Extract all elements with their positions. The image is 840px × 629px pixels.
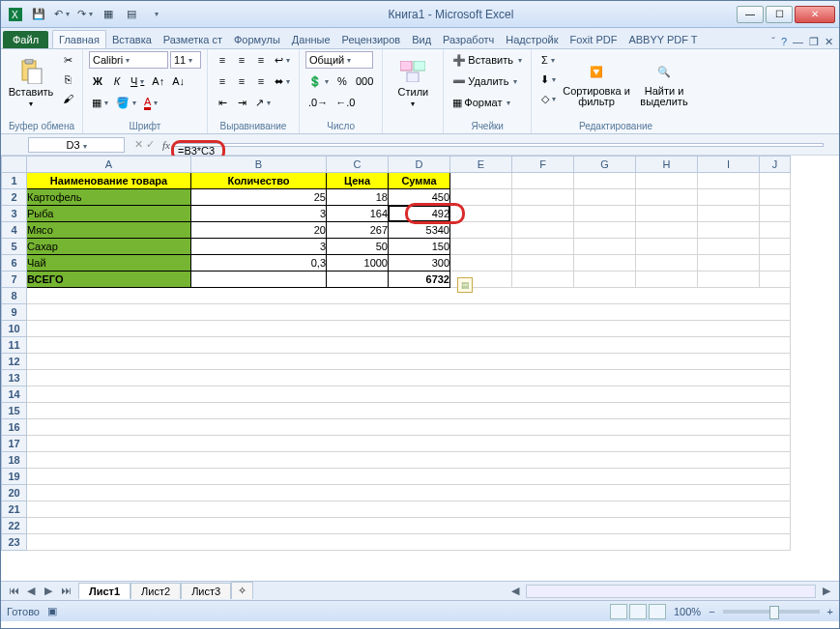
font-color-button[interactable]: A	[141, 94, 160, 111]
row-header[interactable]: 4	[2, 222, 27, 239]
row-header[interactable]: 5	[2, 239, 27, 255]
clear-button[interactable]: ◇	[537, 90, 559, 107]
cell-A2[interactable]: Картофель	[27, 189, 191, 206]
cut-button[interactable]: ✂	[59, 51, 76, 69]
zoom-slider[interactable]	[723, 610, 820, 614]
qat-btn-1[interactable]: ▦	[98, 5, 119, 24]
format-painter-button[interactable]: 🖌	[59, 90, 76, 107]
cell-A4[interactable]: Мясо	[27, 222, 191, 239]
sheet-tab-3[interactable]: Лист3	[181, 583, 231, 599]
increase-decimal-button[interactable]: .0→	[305, 94, 331, 111]
number-format-select[interactable]: Общий	[305, 51, 373, 69]
tab-abbyy[interactable]: ABBYY PDF T	[623, 31, 703, 48]
cell-D6[interactable]: 300	[389, 255, 450, 272]
name-box[interactable]: D3	[28, 137, 125, 153]
tab-data[interactable]: Данные	[286, 31, 336, 48]
grow-font-button[interactable]: A↑	[149, 72, 167, 90]
row-header[interactable]: 3	[2, 206, 27, 222]
sheet-nav-next[interactable]: ▶	[40, 585, 57, 597]
cell-B2[interactable]: 25	[191, 189, 327, 206]
doc-restore-icon[interactable]: ❐	[809, 36, 819, 48]
cell-A1[interactable]: Наименование товара	[27, 173, 191, 189]
row-header[interactable]: 6	[2, 255, 27, 272]
undo-button[interactable]: ↶	[51, 5, 72, 24]
doc-close-icon[interactable]: ✕	[825, 36, 833, 48]
copy-button[interactable]: ⎘	[59, 71, 76, 88]
maximize-button[interactable]: ☐	[766, 6, 793, 23]
row-header[interactable]: 1	[2, 173, 27, 189]
cell-D5[interactable]: 150	[389, 239, 450, 255]
cell-B4[interactable]: 20	[191, 222, 327, 239]
cell-D2[interactable]: 450	[389, 189, 450, 206]
insert-cells-button[interactable]: ➕ Вставить	[449, 51, 525, 69]
fill-color-button[interactable]: 🪣	[113, 94, 139, 111]
cell-A3[interactable]: Рыба	[27, 206, 191, 222]
excel-icon[interactable]: X	[5, 5, 26, 24]
column-headers[interactable]: A B C D E F G H I J	[2, 157, 791, 173]
cell-C2[interactable]: 18	[327, 189, 389, 206]
view-normal-button[interactable]	[610, 604, 627, 619]
cell-C4[interactable]: 267	[327, 222, 389, 239]
cancel-formula-icon[interactable]: ✕	[134, 138, 143, 151]
cell-C7[interactable]	[327, 272, 389, 288]
doc-minimize-icon[interactable]: —	[793, 36, 803, 48]
styles-button[interactable]: Стили▾	[389, 51, 437, 115]
cell-C3[interactable]: 164	[327, 206, 389, 222]
cell-A5[interactable]: Сахар	[27, 239, 191, 255]
col-header-D[interactable]: D	[389, 157, 450, 173]
font-name-select[interactable]: Calibri	[89, 51, 168, 69]
fill-button[interactable]: ⬇	[537, 71, 559, 88]
cell-C1[interactable]: Цена	[327, 173, 389, 189]
save-icon[interactable]: 💾	[28, 5, 49, 24]
align-left-button[interactable]: ≡	[214, 72, 231, 90]
col-header-I[interactable]: I	[698, 157, 760, 173]
close-button[interactable]: ✕	[795, 6, 835, 23]
percent-button[interactable]: %	[333, 72, 351, 90]
align-middle-button[interactable]: ≡	[233, 51, 250, 69]
col-header-C[interactable]: C	[327, 157, 389, 173]
cell-D7[interactable]: 6732	[389, 272, 450, 288]
hscroll-right[interactable]: ▶	[818, 585, 835, 598]
view-layout-button[interactable]	[629, 604, 647, 619]
sheet-nav-last[interactable]: ⏭	[57, 585, 74, 597]
autosum-button[interactable]: Σ	[537, 51, 559, 69]
col-header-J[interactable]: J	[760, 157, 791, 173]
tab-view[interactable]: Вид	[406, 31, 437, 48]
tab-review[interactable]: Рецензиров	[336, 31, 407, 48]
indent-increase-button[interactable]: ⇥	[233, 94, 250, 111]
col-header-E[interactable]: E	[450, 157, 512, 173]
indent-decrease-button[interactable]: ⇤	[214, 94, 231, 111]
zoom-in-button[interactable]: +	[827, 606, 833, 617]
tab-addins[interactable]: Надстройк	[500, 31, 564, 48]
cell-A6[interactable]: Чай	[27, 255, 191, 272]
sheet-tab-2[interactable]: Лист2	[130, 583, 181, 599]
redo-button[interactable]: ↷	[74, 5, 96, 24]
sheet-nav-first[interactable]: ⏮	[5, 585, 22, 597]
align-top-button[interactable]: ≡	[214, 51, 231, 69]
delete-cells-button[interactable]: ➖ Удалить	[449, 72, 520, 90]
qat-btn-2[interactable]: ▤	[121, 5, 142, 24]
cell-B5[interactable]: 3	[191, 239, 327, 255]
tab-formulas[interactable]: Формулы	[228, 31, 286, 48]
shrink-font-button[interactable]: A↓	[169, 72, 188, 90]
col-header-H[interactable]: H	[636, 157, 698, 173]
zoom-level[interactable]: 100%	[674, 606, 701, 617]
col-header-G[interactable]: G	[574, 157, 636, 173]
cell-B1[interactable]: Количество	[191, 173, 327, 189]
align-center-button[interactable]: ≡	[233, 72, 250, 90]
comma-button[interactable]: 000	[353, 72, 376, 90]
cell-D4[interactable]: 5340	[389, 222, 450, 239]
italic-button[interactable]: К	[108, 72, 126, 90]
zoom-out-button[interactable]: −	[709, 606, 714, 617]
hscroll-left[interactable]: ◀	[507, 585, 524, 598]
minimize-ribbon-icon[interactable]: ˇ	[771, 36, 775, 48]
bold-button[interactable]: Ж	[89, 72, 106, 90]
tab-home[interactable]: Главная	[52, 30, 106, 48]
select-all-corner[interactable]	[2, 157, 27, 173]
sheet-nav-prev[interactable]: ◀	[22, 585, 40, 597]
align-bottom-button[interactable]: ≡	[252, 51, 270, 69]
col-header-A[interactable]: A	[27, 157, 191, 173]
cell-C6[interactable]: 1000	[327, 255, 389, 272]
borders-button[interactable]: ▦	[89, 94, 111, 111]
cell-D1[interactable]: Сумма	[389, 173, 450, 189]
